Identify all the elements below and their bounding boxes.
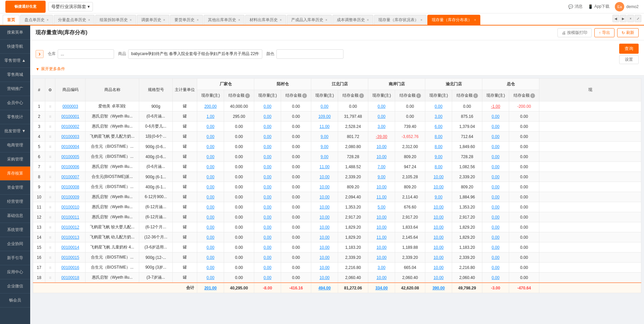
jb-amt-info[interactable]: i [359, 93, 364, 98]
cell-code[interactable]: 00100001 [55, 111, 86, 122]
cell-na-qty[interactable]: 10.00 [368, 273, 395, 283]
cell-zc-qty[interactable]: 0.00 [482, 162, 509, 172]
cell-code[interactable]: 00100004 [55, 142, 86, 152]
user-area[interactable]: Ea demo2 [615, 2, 639, 11]
cell-na-qty[interactable]: 9.00 [368, 172, 395, 182]
cell-mc-qty[interactable]: 0.00 [254, 162, 281, 172]
cell-jb-qty[interactable]: 10.00 [311, 252, 338, 263]
cell-jb-qty[interactable]: 11.00 [311, 162, 338, 172]
yb-amt-info[interactable]: i [473, 93, 478, 98]
cell-jb-qty[interactable]: 10.00 [311, 192, 338, 202]
cell-jb-qty[interactable]: 9.00 [311, 132, 338, 142]
tab-stock-dist-close[interactable]: × [474, 18, 476, 22]
tab-stock-status[interactable]: 现存量（库存状况表） × [374, 15, 427, 25]
cell-jb-qty[interactable]: 9.00 [311, 152, 338, 162]
cell-cj-qty[interactable]: 0.00 [197, 132, 224, 142]
cell-jb-qty[interactable]: 0.00 [311, 101, 338, 111]
tab-transfer-close[interactable]: × [163, 18, 165, 22]
tab-sub-stock-close[interactable]: × [88, 18, 90, 22]
na-amt-info[interactable]: i [416, 93, 421, 98]
cell-yb-qty[interactable]: 10.00 [425, 182, 452, 192]
cell-na-qty[interactable]: 10.00 [368, 252, 395, 263]
tab-combo[interactable]: 组装拆卸单历史 × [95, 15, 136, 25]
industry-selector[interactable]: 母婴行业演示陈套 ▾ [48, 2, 93, 11]
cell-zc-qty[interactable]: 0.00 [482, 132, 509, 142]
cell-na-qty[interactable]: 5.00 [368, 202, 395, 212]
summary-cj-qty[interactable]: 201.00 [197, 283, 224, 293]
cell-mc-qty[interactable]: 0.00 [254, 273, 281, 283]
zc-amt-info[interactable]: i [530, 93, 535, 98]
sidebar-item-quick-nav[interactable]: 快捷导航 [0, 40, 30, 54]
expand-conditions-btn[interactable]: ▼ 展开更多条件 [36, 66, 639, 72]
cell-gear[interactable]: ≡ [45, 252, 55, 263]
tab-material-out[interactable]: 材料出库单历史 × [245, 15, 286, 25]
summary-mc-qty[interactable]: -8.00 [254, 283, 281, 293]
cell-mc-qty[interactable]: 0.00 [254, 132, 281, 142]
sidebar-item-basics[interactable]: 基础信息 [0, 209, 30, 223]
tab-cost-adjust-close[interactable]: × [367, 18, 369, 22]
sidebar-item-marketing[interactable]: 营销推广 [0, 82, 30, 96]
setting-button[interactable]: 设置 [619, 55, 639, 64]
cell-yb-qty[interactable]: 10.00 [425, 222, 452, 232]
cell-gear[interactable]: ≡ [45, 162, 55, 172]
cell-cj-qty[interactable]: 0.00 [197, 252, 224, 263]
cell-jb-qty[interactable]: 109.00 [311, 111, 338, 122]
cell-yb-qty[interactable]: 10.00 [425, 172, 452, 182]
cell-jb-qty[interactable]: 10.00 [311, 263, 338, 273]
mc-amt-info[interactable]: i [302, 93, 307, 98]
cell-mc-qty[interactable]: 0.00 [254, 111, 281, 122]
cell-jb-qty[interactable]: 10.00 [311, 182, 338, 192]
sidebar-item-member[interactable]: 会员中心 [0, 96, 30, 110]
cell-code[interactable]: 00100002 [55, 122, 86, 132]
cell-yb-qty[interactable]: 10.00 [425, 273, 452, 283]
refresh-button[interactable]: ↻ 刷新 [617, 28, 639, 37]
cell-code[interactable]: 00100011 [55, 212, 86, 222]
cell-jb-qty[interactable]: 10.00 [311, 202, 338, 212]
cell-code[interactable]: 00100009 [55, 192, 86, 202]
cell-cj-qty[interactable]: 0.00 [197, 172, 224, 182]
export-button[interactable]: ↑ 导出 [594, 28, 614, 37]
cell-zc-qty[interactable]: 0.00 [482, 232, 509, 242]
summary-yb-qty[interactable]: 390.00 [425, 283, 452, 293]
cell-gear[interactable]: ≡ [45, 101, 55, 111]
cell-jb-qty[interactable]: 10.00 [311, 222, 338, 232]
tab-other-out-close[interactable]: × [238, 18, 240, 22]
cell-code[interactable]: 00100013 [55, 232, 86, 242]
tab-close-all-btn[interactable]: × [627, 15, 634, 22]
cell-gear[interactable]: ≡ [45, 273, 55, 283]
cell-code[interactable]: 00100006 [55, 162, 86, 172]
cell-yb-qty[interactable]: 8.00 [425, 132, 452, 142]
cell-cj-qty[interactable]: 1.00 [197, 111, 224, 122]
cell-yb-qty[interactable]: 0.00 [425, 101, 452, 111]
cell-mc-qty[interactable]: 0.00 [254, 101, 281, 111]
cell-jb-qty[interactable]: 10.00 [311, 232, 338, 242]
tab-expand-btn[interactable]: ⤢ [635, 15, 641, 22]
cell-zc-qty[interactable]: 0.00 [482, 263, 509, 273]
cell-mc-qty[interactable]: 0.00 [254, 192, 281, 202]
cell-zc-qty[interactable]: 0.00 [482, 172, 509, 182]
cell-yb-qty[interactable]: 9.00 [425, 192, 452, 202]
sidebar-item-wholesale[interactable]: 批发管理 ▼ [0, 124, 30, 138]
cell-mc-qty[interactable]: 0.00 [254, 232, 281, 242]
cell-code[interactable]: 00100015 [55, 252, 86, 263]
cell-cj-qty[interactable]: 0.00 [197, 142, 224, 152]
cell-na-qty[interactable]: 0.00 [368, 111, 395, 122]
sidebar-item-ecommerce[interactable]: 电商管理 [0, 138, 30, 152]
cell-code[interactable]: 00100016 [55, 263, 86, 273]
cell-cj-qty[interactable]: 0.00 [197, 152, 224, 162]
tab-stock-single[interactable]: 盘点单历史 × [20, 15, 53, 25]
cell-zc-qty[interactable]: 0.00 [482, 202, 509, 212]
cell-yb-qty[interactable]: 9.00 [425, 152, 452, 162]
cell-na-qty[interactable]: 10.00 [368, 212, 395, 222]
cell-code[interactable]: 00100014 [55, 242, 86, 252]
message-btn[interactable]: 💬 消息 [568, 4, 583, 9]
goods-input[interactable] [128, 49, 262, 59]
sidebar-item-system[interactable]: 系统管理 [0, 223, 30, 237]
sidebar-item-search[interactable]: 搜索英单 [0, 26, 30, 40]
cell-jb-qty[interactable]: 10.00 [311, 242, 338, 252]
tab-stock-status-close[interactable]: × [421, 18, 423, 22]
cell-cj-qty[interactable]: 0.00 [197, 273, 224, 283]
cell-zc-qty[interactable]: 0.00 [482, 212, 509, 222]
cell-na-qty[interactable]: 10.00 [368, 242, 395, 252]
tab-stock-dist[interactable]: 现存量（库存分布表） × [427, 15, 480, 25]
